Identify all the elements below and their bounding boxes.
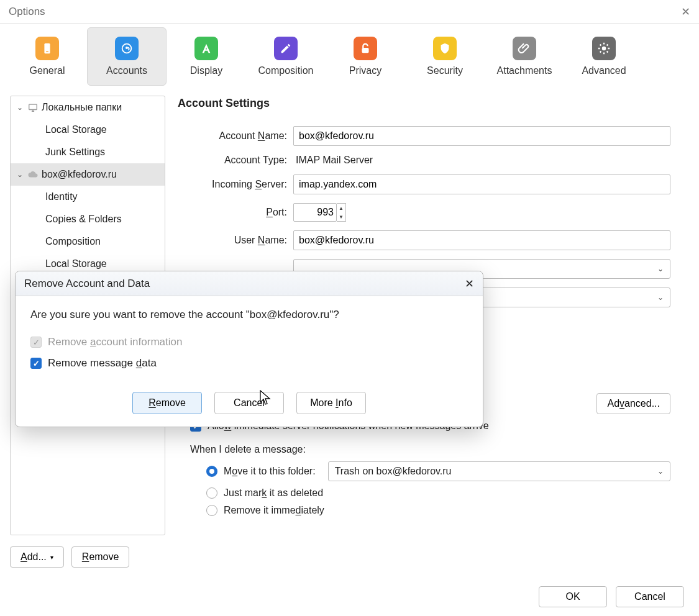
modal-question: Are you sure you want to remove the acco… bbox=[30, 309, 468, 321]
spinner-down-icon[interactable]: ▼ bbox=[337, 212, 345, 221]
account-name-input[interactable] bbox=[293, 126, 670, 146]
label: Security bbox=[427, 65, 463, 76]
radio-remove-immediately[interactable] bbox=[206, 505, 217, 516]
incoming-server-input[interactable] bbox=[293, 174, 670, 194]
label: Remove bbox=[82, 551, 119, 563]
tree-item[interactable]: Local Storage bbox=[11, 119, 165, 141]
svg-rect-6 bbox=[29, 104, 37, 109]
svg-point-3 bbox=[126, 47, 128, 49]
modal-cancel-button[interactable]: Cancel bbox=[214, 392, 284, 414]
chevron-down-icon: ⌄ bbox=[16, 103, 24, 112]
label: Attachments bbox=[497, 65, 552, 76]
tab-privacy[interactable]: Privacy bbox=[326, 27, 405, 86]
label-port: Port: bbox=[178, 207, 293, 218]
dialog-footer: OK Cancel bbox=[0, 578, 699, 616]
label: Accounts bbox=[106, 65, 147, 76]
advanced-icon bbox=[592, 37, 616, 60]
tree-item[interactable]: Copies & Folders bbox=[11, 208, 165, 230]
tab-security[interactable]: Security bbox=[405, 27, 485, 86]
cancel-button[interactable]: Cancel bbox=[616, 586, 684, 607]
radio-mark-label: Just mark it as deleted bbox=[224, 487, 323, 499]
tab-advanced[interactable]: Advanced bbox=[564, 27, 644, 86]
accounts-icon bbox=[115, 37, 139, 60]
tree-item[interactable]: Identity bbox=[11, 186, 165, 208]
radio-move-label: Move it to this folder: bbox=[224, 466, 316, 477]
tab-attachments[interactable]: Attachments bbox=[485, 27, 564, 86]
remove-account-info-checkbox bbox=[30, 337, 42, 348]
remove-account-button[interactable]: Remove bbox=[71, 546, 130, 568]
label: Advanced bbox=[582, 65, 626, 76]
tab-display[interactable]: Display bbox=[167, 27, 246, 86]
label: Add... bbox=[21, 551, 47, 563]
general-icon bbox=[35, 37, 59, 60]
tab-accounts[interactable]: Accounts bbox=[87, 27, 167, 86]
composition-icon bbox=[274, 37, 298, 60]
display-icon bbox=[194, 37, 218, 60]
tree-node-account[interactable]: ⌄ box@kfedorov.ru bbox=[11, 163, 165, 186]
add-account-button[interactable]: Add... ▾ bbox=[10, 546, 64, 568]
close-icon[interactable]: ✕ bbox=[465, 277, 474, 291]
advanced-button[interactable]: Advanced... bbox=[596, 393, 670, 414]
ok-button[interactable]: OK bbox=[539, 586, 607, 607]
chevron-down-icon: ⌄ bbox=[16, 170, 24, 179]
port-input[interactable] bbox=[293, 203, 337, 222]
security-icon bbox=[433, 37, 457, 60]
label: Composition bbox=[258, 65, 314, 76]
user-name-input[interactable] bbox=[293, 230, 670, 250]
monitor-icon bbox=[27, 103, 39, 112]
label: box@kfedorov.ru bbox=[42, 169, 117, 180]
chevron-down-icon: ▾ bbox=[50, 554, 53, 561]
label-account-name: Account Name: bbox=[178, 130, 293, 142]
radio-move-folder[interactable] bbox=[206, 466, 217, 477]
remove-account-info-label: Remove account information bbox=[48, 336, 182, 348]
svg-rect-1 bbox=[46, 52, 48, 52]
label: General bbox=[30, 65, 65, 76]
spinner-up-icon[interactable]: ▲ bbox=[337, 204, 345, 212]
label: Privacy bbox=[349, 65, 381, 76]
tree-item[interactable]: Composition bbox=[11, 230, 165, 253]
chevron-down-icon: ⌄ bbox=[657, 293, 664, 302]
chevron-down-icon: ⌄ bbox=[657, 265, 664, 273]
account-type-value: IMAP Mail Server bbox=[293, 155, 373, 166]
panel-title: Account Settings bbox=[178, 97, 670, 110]
label: Локальные папки bbox=[42, 102, 122, 113]
titlebar: Options ✕ bbox=[0, 0, 699, 24]
remove-account-modal: Remove Account and Data ✕ Are you sure y… bbox=[15, 271, 483, 427]
tree-item[interactable]: Junk Settings bbox=[11, 141, 165, 163]
radio-mark-deleted[interactable] bbox=[206, 487, 217, 499]
label-account-type: Account Type: bbox=[178, 155, 293, 166]
attachments-icon bbox=[513, 37, 536, 60]
tab-general[interactable]: General bbox=[7, 27, 87, 86]
toolbar: General Accounts Display Composition Pri… bbox=[0, 24, 699, 86]
close-icon[interactable]: ✕ bbox=[681, 5, 690, 19]
label: Display bbox=[190, 65, 222, 76]
tree-node-local-folders[interactable]: ⌄ Локальные папки bbox=[11, 96, 165, 119]
tab-composition[interactable]: Composition bbox=[246, 27, 326, 86]
remove-message-data-label: Remove message data bbox=[48, 357, 157, 369]
cloud-icon bbox=[27, 170, 39, 179]
delete-section-label: When I delete a message: bbox=[190, 444, 670, 455]
port-spinner[interactable]: ▲▼ bbox=[337, 203, 346, 222]
radio-remove-label: Remove it immediately bbox=[224, 505, 324, 516]
modal-more-info-button[interactable]: More Info bbox=[296, 392, 366, 414]
label-user-name: User Name: bbox=[178, 235, 293, 246]
window-title: Options bbox=[9, 6, 45, 18]
trash-folder-dropdown[interactable]: Trash on box@kfedorov.ru ⌄ bbox=[328, 461, 670, 481]
modal-title: Remove Account and Data bbox=[24, 278, 150, 290]
label-incoming-server: Incoming Server: bbox=[178, 179, 293, 190]
modal-remove-button[interactable]: Remove bbox=[132, 392, 202, 414]
svg-rect-4 bbox=[362, 48, 369, 53]
svg-point-5 bbox=[602, 47, 606, 50]
trash-folder-value: Trash on box@kfedorov.ru bbox=[335, 466, 452, 477]
privacy-icon bbox=[354, 37, 377, 60]
remove-message-data-checkbox[interactable] bbox=[30, 358, 42, 369]
chevron-down-icon: ⌄ bbox=[657, 467, 664, 476]
